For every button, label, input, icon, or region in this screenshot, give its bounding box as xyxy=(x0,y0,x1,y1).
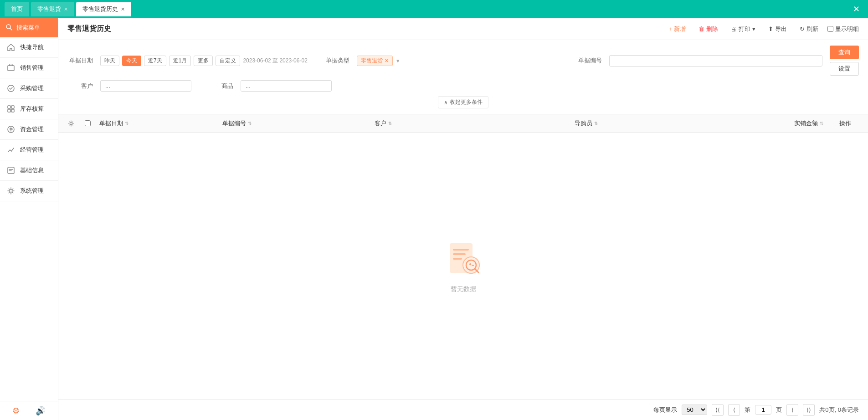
export-button[interactable]: ⬆ 导出 xyxy=(765,23,791,35)
date-btn-custom[interactable]: 自定义 xyxy=(216,56,240,66)
sales-icon xyxy=(6,63,15,72)
query-button[interactable]: 查询 xyxy=(830,46,859,59)
finance-icon xyxy=(6,125,15,134)
print-button[interactable]: 🖨 打印 ▾ xyxy=(727,23,759,35)
sidebar-search[interactable]: 搜索菜单 xyxy=(0,18,58,37)
sidebar-item-sales-mgmt[interactable]: 销售管理 xyxy=(0,58,58,78)
date-filter-label: 单据日期 xyxy=(67,56,93,65)
page-suffix: 页 xyxy=(776,406,782,414)
th-date-label: 单据日期 xyxy=(99,119,123,128)
th-op-label: 操作 xyxy=(839,119,851,128)
sidebar-item-inventory[interactable]: 库存核算 xyxy=(0,99,58,119)
svg-rect-9 xyxy=(8,167,14,174)
search-icon xyxy=(5,24,13,32)
empty-text: 暂无数据 xyxy=(451,285,476,293)
sidebar-nav: 快捷导航 销售管理 采购管理 xyxy=(0,37,58,401)
system-icon xyxy=(6,186,15,195)
tab-home-label: 首页 xyxy=(11,5,23,13)
new-button[interactable]: + 新增 xyxy=(665,23,689,35)
th-amount[interactable]: 实销金额 ⇅ xyxy=(723,119,827,128)
tab-home[interactable]: 首页 xyxy=(5,2,29,16)
th-doc-no-label: 单据编号 xyxy=(222,119,246,128)
sidebar-item-operations-label: 经营管理 xyxy=(20,146,44,154)
date-filters: 昨天 今天 近7天 近1月 更多 自定义 2023-06-02 至 2023-0… xyxy=(100,56,308,66)
sidebar: 搜索菜单 快捷导航 销售管理 xyxy=(0,18,58,420)
select-all-checkbox[interactable] xyxy=(85,120,91,126)
th-checkbox[interactable] xyxy=(79,120,96,126)
doc-type-tag-text: 零售退货 xyxy=(361,57,383,65)
content-area: 零售退货历史 + 新增 🗑 删除 🖨 打印 ▾ ⬆ 导出 ↻ 刷新 xyxy=(58,18,868,420)
window-close-button[interactable]: ✕ xyxy=(849,4,863,14)
doc-type-tag-close[interactable]: ✕ xyxy=(385,58,389,64)
settings-icon[interactable]: ⚙ xyxy=(12,406,20,416)
svg-point-10 xyxy=(10,190,12,192)
filter-area: 单据日期 昨天 今天 近7天 近1月 更多 自定义 2023-06-02 至 2… xyxy=(58,40,868,114)
th-customer[interactable]: 客户 ⇅ xyxy=(371,119,571,128)
page-word: 第 xyxy=(745,406,750,414)
sidebar-item-basic-label: 基础信息 xyxy=(20,166,44,174)
svg-rect-4 xyxy=(8,106,10,108)
tab-retail-return-history[interactable]: 零售退货历史 ✕ xyxy=(76,2,131,16)
th-op: 操作 xyxy=(827,119,863,128)
filter-row-2: 客户 商品 xyxy=(67,80,859,92)
date-btn-yesterday[interactable]: 昨天 xyxy=(100,56,119,66)
show-detail-checkbox-label[interactable]: 显示明细 xyxy=(827,25,859,33)
tab-retail-return-history-close[interactable]: ✕ xyxy=(121,6,125,12)
prev-page-button[interactable]: ⟨ xyxy=(728,404,740,416)
th-guide[interactable]: 导购员 ⇅ xyxy=(571,119,723,128)
date-btn-more[interactable]: 更多 xyxy=(194,56,213,66)
page-input[interactable] xyxy=(755,405,771,415)
tab-retail-return-close[interactable]: ✕ xyxy=(64,6,68,12)
sidebar-item-operations[interactable]: 经营管理 xyxy=(0,140,58,160)
page-size-select[interactable]: 50 10 20 100 xyxy=(682,405,707,415)
export-icon: ⬆ xyxy=(768,26,773,32)
print-dropdown-icon: ▾ xyxy=(752,26,755,32)
doc-no-input-wrapper[interactable] xyxy=(609,55,822,67)
next-page-button[interactable]: ⟩ xyxy=(786,404,798,416)
svg-rect-6 xyxy=(8,109,10,112)
sidebar-item-sales-label: 销售管理 xyxy=(20,64,44,72)
doc-type-dropdown-icon[interactable]: ▾ xyxy=(396,57,400,64)
date-range-text: 2023-06-02 至 2023-06-02 xyxy=(243,57,307,65)
svg-point-19 xyxy=(469,263,471,265)
th-doc-no[interactable]: 单据编号 ⇅ xyxy=(219,119,371,128)
first-page-button[interactable]: ⟨⟨ xyxy=(712,404,724,416)
print-icon: 🖨 xyxy=(731,26,737,32)
sidebar-item-finance[interactable]: 资金管理 xyxy=(0,119,58,140)
svg-rect-2 xyxy=(8,66,14,71)
page-size-label: 每页显示 xyxy=(653,406,677,414)
delete-button[interactable]: 🗑 删除 xyxy=(695,23,722,35)
customer-input[interactable] xyxy=(105,82,186,89)
date-sort-icon: ⇅ xyxy=(125,121,128,126)
sidebar-item-finance-label: 资金管理 xyxy=(20,125,44,133)
th-date[interactable]: 单据日期 ⇅ xyxy=(96,119,219,128)
tab-list: 首页 零售退货 ✕ 零售退货历史 ✕ xyxy=(5,2,131,16)
collapse-button[interactable]: ∧ 收起更多条件 xyxy=(438,96,488,108)
volume-icon[interactable]: 🔊 xyxy=(36,406,46,416)
window-controls: ✕ xyxy=(849,4,863,14)
refresh-button[interactable]: ↻ 刷新 xyxy=(796,23,822,35)
date-btn-1month[interactable]: 近1月 xyxy=(169,56,191,66)
docno-sort-icon: ⇅ xyxy=(248,121,252,126)
date-btn-today[interactable]: 今天 xyxy=(122,56,141,66)
sidebar-item-purchase-mgmt[interactable]: 采购管理 xyxy=(0,78,58,99)
customer-input-wrapper[interactable] xyxy=(100,80,191,92)
date-btn-7days[interactable]: 近7天 xyxy=(144,56,166,66)
tab-retail-return[interactable]: 零售退货 ✕ xyxy=(31,2,74,16)
last-page-button[interactable]: ⟩⟩ xyxy=(803,404,815,416)
svg-rect-5 xyxy=(11,106,14,108)
doc-type-label: 单据类型 xyxy=(324,56,349,65)
goods-input[interactable] xyxy=(246,82,327,89)
show-detail-checkbox[interactable] xyxy=(827,26,833,32)
doc-no-input[interactable] xyxy=(614,57,817,64)
th-settings[interactable] xyxy=(63,120,79,127)
goods-input-wrapper[interactable] xyxy=(241,80,332,92)
sidebar-item-system-mgmt[interactable]: 系统管理 xyxy=(0,181,58,201)
sidebar-item-basic-info[interactable]: 基础信息 xyxy=(0,160,58,181)
collapse-icon: ∧ xyxy=(444,99,448,106)
svg-line-1 xyxy=(10,28,12,30)
basic-icon xyxy=(6,166,15,175)
total-info: 共0页, 0条记录 xyxy=(819,406,859,414)
filter-settings-button[interactable]: 设置 xyxy=(830,62,859,76)
sidebar-item-quick-nav[interactable]: 快捷导航 xyxy=(0,37,58,58)
